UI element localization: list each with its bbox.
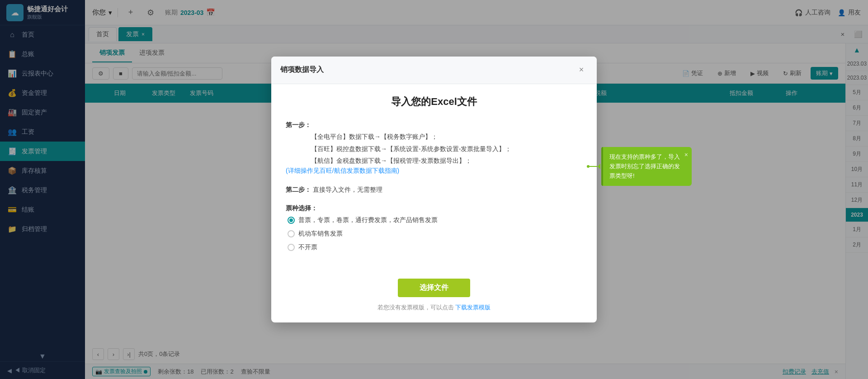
modal-close-button[interactable]: × [575, 64, 588, 76]
step1-section: 第一步： 【全电平台】数据下载→【税务数字账户】；【百旺】税控盘数据下载→【系统… [286, 119, 582, 175]
radio-circle-r1 [288, 217, 295, 224]
step1-line: 【全电平台】数据下载→【税务数字账户】； [311, 131, 582, 143]
step2-section: 第二步： 直接导入文件，无需整理 [286, 184, 582, 195]
ticket-section: 票种选择： 普票，专票，卷票，通行费发票，农产品销售发票机动车销售发票不开票 [286, 204, 582, 251]
modal-header: 销项数据导入 × [271, 57, 597, 84]
step1-label: 第一步： [286, 121, 311, 128]
tooltip-line [590, 166, 598, 167]
step2-content: 直接导入文件，无需整理 [313, 186, 382, 193]
radio-label-r2: 机动车销售发票 [298, 230, 343, 238]
tooltip-close-button[interactable]: × [684, 150, 688, 160]
radio-item-r1[interactable]: 普票，专票，卷票，通行费发票，农产品销售发票 [288, 216, 582, 224]
radio-group: 普票，专票，卷票，通行费发票，农产品销售发票机动车销售发票不开票 [288, 216, 582, 251]
select-file-button[interactable]: 选择文件 [398, 279, 470, 297]
download-template-link[interactable]: 下载发票模版 [455, 304, 491, 311]
step1-line: 【百旺】税控盘数据下载→【系统设置-系统参数设置-发票批量导入】； [311, 143, 582, 155]
tooltip-text: 现在支持的票种多了，导入发票时别忘了选择正确的发票类型呀! [609, 153, 680, 179]
modal-overlay[interactable]: 销项数据导入 × 导入您的Excel文件 第一步： 【全电平台】数据下载→【税务… [0, 0, 868, 379]
radio-label-r1: 普票，专票，卷票，通行费发票，农产品销售发票 [298, 216, 438, 224]
modal-import-title: 导入您的Excel文件 [286, 95, 582, 109]
modal-body: 导入您的Excel文件 第一步： 【全电平台】数据下载→【税务数字账户】；【百旺… [271, 84, 597, 271]
step1-line: 【航信】金税盘数据下载→【报税管理-发票数据导出】； [311, 155, 582, 167]
radio-item-r3[interactable]: 不开票 [288, 243, 582, 251]
step2-label: 第二步： [286, 186, 311, 193]
ticket-label: 票种选择： [286, 204, 317, 212]
modal-title: 销项数据导入 [280, 65, 324, 75]
step1-guide-link[interactable]: (详细操作见百旺/航信发票数据下载指南) [286, 167, 399, 174]
radio-circle-r3 [288, 244, 295, 251]
radio-circle-r2 [288, 230, 295, 237]
radio-item-r2[interactable]: 机动车销售发票 [288, 230, 582, 238]
modal-footer: 选择文件 若您没有发票模版，可以点击 下载发票模版 [271, 271, 597, 322]
modal-import: 销项数据导入 × 导入您的Excel文件 第一步： 【全电平台】数据下载→【税务… [271, 57, 597, 322]
no-template-hint: 若您没有发票模版，可以点击 下载发票模版 [377, 303, 491, 312]
radio-label-r3: 不开票 [298, 243, 317, 251]
tooltip-bubble: × 现在支持的票种多了，导入发票时别忘了选择正确的发票类型呀! [601, 147, 692, 186]
